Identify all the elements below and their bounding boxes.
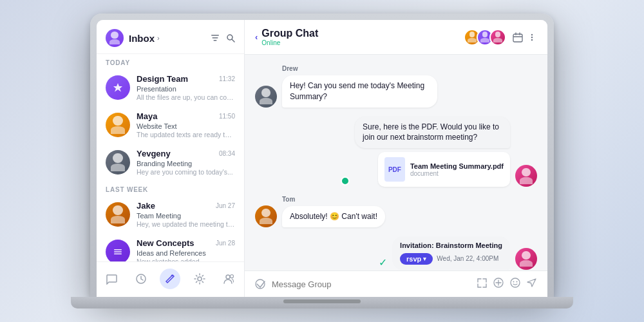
read-receipt-dot [341,176,350,185]
message-avatar [515,165,537,187]
list-item[interactable]: Design Team 11:32 Presentation All the f… [97,69,244,106]
inbox-panel: Inbox › [97,20,245,297]
svg-rect-0 [211,35,219,36]
nav-compose[interactable] [160,269,180,289]
message-content: Drew Hey! Can you send me today's Meetin… [282,65,437,108]
message-row: Sure, here is the PDF. Would you like to… [255,117,537,187]
message-avatar [255,86,277,108]
filter-icon[interactable] [211,33,220,43]
rsvp-chevron-icon: ▾ [423,256,426,262]
message-row: Invitation: Brainstorm Meeting rsvp ▾ We… [255,236,537,270]
invite-date: Wed, Jan 22, 4:00PM [437,255,498,262]
message-content: Tom Absolutely! 😊 Can't wait! [282,196,385,227]
rsvp-button[interactable]: rsvp ▾ [400,253,433,265]
chat-info: Jake Jun 27 Team Meeting Hey, we updated… [137,201,235,228]
nav-clock[interactable] [131,269,151,289]
chat-info: Design Team 11:32 Presentation All the f… [137,74,235,101]
list-item[interactable]: Maya 11:50 Website Text The updated text… [97,106,244,144]
svg-line-4 [232,39,234,42]
messages-area: Drew Hey! Can you send me today's Meetin… [245,55,547,270]
svg-rect-12 [513,34,522,42]
document-card[interactable]: PDF Team Meeting Summary.pdf document [378,152,510,187]
attach-icon[interactable] [255,279,265,289]
svg-point-20 [516,281,518,283]
list-item[interactable]: Yevgeny 08:34 Branding Meeting Hey are y… [97,144,244,181]
svg-rect-7 [114,254,122,255]
chat-panel: ‹ Group Chat Online [245,20,547,297]
svg-point-13 [531,33,533,35]
message-input[interactable] [272,279,471,289]
avatar [106,113,130,137]
plus-circle-icon[interactable] [493,278,504,290]
bottom-nav [97,261,244,297]
svg-point-9 [198,277,202,281]
avatar [106,202,130,227]
more-options-icon[interactable] [527,32,537,43]
message-avatar [255,205,277,227]
participant-avatar [489,29,506,46]
emoji-icon[interactable] [510,278,520,290]
svg-point-14 [531,36,533,37]
user-avatar [106,29,124,47]
avatar [106,150,130,175]
message-content: Sure, here is the PDF. Would you like to… [355,117,510,187]
chat-header: ‹ Group Chat Online [245,20,547,55]
svg-point-19 [513,281,515,283]
inbox-chevron-icon[interactable]: › [157,34,160,42]
chat-info: New Concepts Jun 28 Ideas and References… [137,238,235,261]
document-icon: PDF [384,157,405,182]
chat-info: Maya 11:50 Website Text The updated text… [137,111,235,138]
message-input-bar [245,270,547,297]
section-last-week: LAST WEEK [97,181,244,196]
search-icon[interactable] [226,33,235,43]
chat-list: TODAY Design Team 11:32 P [97,54,244,261]
avatar [106,75,130,100]
svg-point-11 [231,275,234,278]
send-icon[interactable] [527,278,537,290]
list-item[interactable]: Jake Jun 27 Team Meeting Hey, we updated… [97,196,244,233]
message-row: Drew Hey! Can you send me today's Meetin… [255,65,537,108]
svg-rect-5 [114,249,122,251]
nav-people[interactable] [219,269,240,289]
avatar [106,240,130,261]
chat-status: Online [261,39,318,46]
section-today: TODAY [97,54,244,69]
message-content: Invitation: Brainstorm Meeting rsvp ▾ We… [392,236,510,270]
message-avatar [515,248,537,270]
invite-bubble: Invitation: Brainstorm Meeting rsvp ▾ We… [392,236,510,270]
nav-messages[interactable] [101,269,122,289]
back-chevron-icon[interactable]: ‹ [255,32,258,42]
list-item[interactable]: New Concepts Jun 28 Ideas and References… [97,233,244,261]
inbox-title: Inbox [129,33,155,44]
nav-settings[interactable] [189,269,210,289]
svg-rect-6 [114,251,122,252]
svg-point-10 [226,275,230,279]
inbox-header: Inbox › [97,20,244,54]
read-receipt-check-icon: ✓ [379,256,387,269]
svg-rect-1 [213,37,218,39]
chat-title: Group Chat [261,28,318,39]
message-row: Tom Absolutely! 😊 Can't wait! [255,196,537,227]
expand-icon[interactable] [477,278,487,290]
svg-point-18 [511,278,520,287]
svg-point-15 [531,39,533,40]
chat-info: Yevgeny 08:34 Branding Meeting Hey are y… [137,149,235,176]
svg-rect-2 [214,40,217,41]
participants-avatars [464,29,506,46]
calendar-icon[interactable] [513,32,523,43]
